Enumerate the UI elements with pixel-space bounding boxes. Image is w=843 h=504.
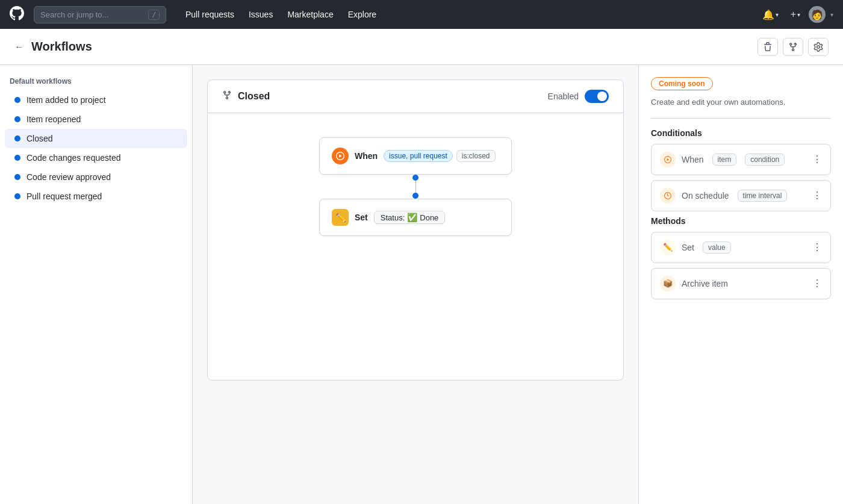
when-card-subtag: condition: [745, 154, 785, 166]
schedule-card-tag: time interval: [738, 190, 788, 202]
sidebar-dot-2: [14, 135, 20, 142]
search-box[interactable]: Search or jump to... /: [34, 6, 166, 23]
schedule-conditional-card[interactable]: On schedule time interval ⋮: [651, 180, 831, 211]
conditionals-heading: Conditionals: [651, 128, 831, 138]
enabled-toggle[interactable]: [585, 90, 609, 103]
set-method-card[interactable]: ✏️ Set value ⋮: [651, 232, 831, 263]
when-card-menu[interactable]: ⋮: [812, 154, 822, 165]
sidebar-dot-0: [14, 97, 20, 103]
archive-method-menu[interactable]: ⋮: [812, 278, 822, 289]
trash-icon-button[interactable]: [757, 38, 778, 56]
nav-explore[interactable]: Explore: [343, 7, 381, 22]
sidebar-dot-4: [14, 174, 20, 180]
topnav-right: 🔔▾ + ▾ 🧑 ▾: [759, 6, 833, 23]
workflow-branch-icon: [222, 90, 232, 102]
avatar-dropdown[interactable]: ▾: [830, 11, 833, 18]
schedule-card-label: On schedule: [682, 191, 729, 201]
header-actions: [757, 38, 829, 56]
top-navigation: Search or jump to... / Pull requests Iss…: [0, 0, 843, 29]
panel-divider: [651, 118, 831, 119]
set-icon: ✏️: [332, 209, 349, 226]
toggle-knob: [597, 92, 607, 101]
header-bar: ← Workflows: [0, 29, 843, 65]
trigger-tag: issue, pull request: [384, 150, 453, 162]
back-button[interactable]: ←: [14, 42, 24, 52]
set-label: Set: [355, 213, 368, 222]
connector-line-top: [415, 181, 416, 193]
set-method-icon: ✏️: [660, 240, 676, 255]
when-label: When: [355, 151, 378, 161]
sidebar-dot-5: [14, 193, 20, 199]
sidebar-item-label-5: Pull request merged: [26, 191, 102, 201]
avatar[interactable]: 🧑: [809, 6, 826, 23]
nav-marketplace[interactable]: Marketplace: [282, 7, 338, 22]
archive-method-card[interactable]: 📦 Archive item ⋮: [651, 268, 831, 299]
methods-heading: Methods: [651, 216, 831, 226]
sidebar-item-label-3: Code changes requested: [26, 153, 120, 163]
set-node[interactable]: ✏️ Set Status: ✅ Done: [319, 199, 512, 236]
connector-dot-top: [412, 175, 418, 181]
create-button[interactable]: + ▾: [787, 7, 804, 22]
when-card-tag: item: [712, 154, 737, 166]
notifications-button[interactable]: 🔔▾: [759, 7, 782, 23]
sidebar-item-2[interactable]: Closed: [5, 129, 187, 148]
enabled-group: Enabled: [548, 90, 609, 103]
sidebar-item-1[interactable]: Item reopened: [5, 110, 187, 129]
nav-pull-requests[interactable]: Pull requests: [181, 7, 239, 22]
workflow-card-header: Closed Enabled: [208, 80, 623, 113]
main-layout: Default workflows Item added to project …: [0, 65, 843, 504]
when-node[interactable]: When issue, pull request is:closed: [319, 137, 512, 175]
sidebar-item-3[interactable]: Code changes requested: [5, 148, 187, 167]
set-tags: Status: ✅ Done: [374, 211, 446, 224]
sidebar-item-label-0: Item added to project: [26, 95, 106, 105]
nav-links: Pull requests Issues Marketplace Explore: [181, 7, 381, 22]
connector-dot-bottom: [412, 193, 418, 199]
github-logo[interactable]: [10, 6, 24, 23]
set-method-menu[interactable]: ⋮: [812, 241, 822, 253]
when-icon: [332, 148, 349, 164]
right-panel: Coming soon Create and edit your own aut…: [638, 65, 843, 504]
sidebar-item-5[interactable]: Pull request merged: [5, 187, 187, 206]
set-method-tag: value: [703, 241, 731, 254]
workflow-card: Closed Enabled: [207, 79, 624, 381]
page-title: Workflows: [31, 40, 92, 54]
sidebar-item-0[interactable]: Item added to project: [5, 90, 187, 110]
set-method-label: Set: [682, 243, 694, 252]
content-area: Closed Enabled: [193, 65, 638, 504]
coming-soon-badge: Coming soon: [651, 77, 713, 90]
branch-icon-button[interactable]: [783, 38, 803, 56]
sidebar: Default workflows Item added to project …: [0, 65, 193, 504]
state-tag: is:closed: [456, 150, 496, 162]
archive-method-icon: 📦: [660, 276, 676, 291]
status-value: Done: [420, 213, 438, 222]
sidebar-item-label-2: Closed: [26, 134, 53, 143]
status-emoji: ✅: [407, 213, 417, 222]
connector: [412, 175, 418, 199]
status-tag: Status: ✅ Done: [374, 211, 446, 224]
schedule-icon: [660, 188, 676, 204]
status-label: Status:: [381, 213, 405, 222]
sidebar-section-title: Default workflows: [0, 77, 192, 90]
right-panel-description: Create and edit your own automations.: [651, 96, 831, 108]
workflow-canvas: When issue, pull request is:closed ✏️ Se…: [208, 113, 623, 260]
settings-icon-button[interactable]: [808, 38, 829, 56]
enabled-label: Enabled: [548, 92, 579, 101]
workflow-title-group: Closed: [222, 90, 270, 102]
workflow-title: Closed: [238, 91, 270, 102]
sidebar-item-4[interactable]: Code review approved: [5, 167, 187, 187]
sidebar-item-label-1: Item reopened: [26, 114, 81, 124]
schedule-card-menu[interactable]: ⋮: [812, 190, 822, 201]
search-placeholder: Search or jump to...: [40, 10, 143, 19]
nav-issues[interactable]: Issues: [244, 7, 278, 22]
when-conditional-icon: [660, 152, 676, 167]
archive-method-label: Archive item: [682, 279, 728, 288]
when-tags: issue, pull request is:closed: [384, 150, 495, 162]
sidebar-dot-1: [14, 116, 20, 122]
sidebar-dot-3: [14, 155, 20, 161]
search-shortcut: /: [148, 10, 160, 20]
when-conditional-card[interactable]: When item condition ⋮: [651, 144, 831, 175]
sidebar-item-label-4: Code review approved: [26, 172, 111, 182]
when-card-label: When: [682, 155, 704, 164]
